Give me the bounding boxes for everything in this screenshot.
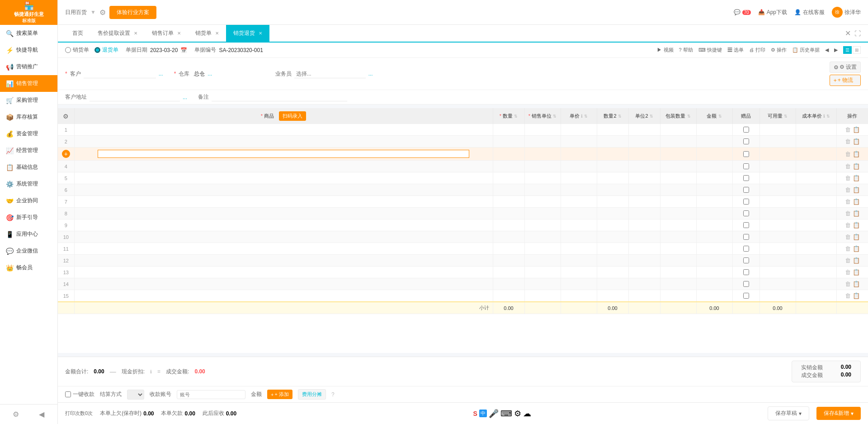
tab-sales-order[interactable]: 销售订单 ✕ xyxy=(145,25,188,43)
fee-split-btn[interactable]: 费用分摊 xyxy=(298,389,326,400)
customer-dots-btn[interactable]: ... xyxy=(159,71,163,77)
copy-icon-11[interactable]: 📋 xyxy=(853,245,860,252)
sidebar-item-system[interactable]: ⚙️ 系统管理 xyxy=(0,176,57,192)
copy-icon-6[interactable]: 📋 xyxy=(853,186,860,193)
add-btn[interactable]: + + 添加 xyxy=(267,390,292,399)
delete-icon-13[interactable]: 🗑 xyxy=(845,269,851,276)
bill-date-value[interactable]: 2023-03-20 xyxy=(150,47,178,53)
one-click-label[interactable]: 一键收款 xyxy=(65,391,94,398)
sidebar-item-marketing[interactable]: 📢 营销推广 xyxy=(0,58,57,75)
unit2-sort-icon[interactable]: ⇅ xyxy=(650,114,653,119)
settings-btn[interactable]: ⚙ ⚙ 设置 xyxy=(830,62,861,73)
gift-check-3[interactable] xyxy=(743,151,749,157)
product-input-3[interactable] xyxy=(98,150,469,158)
delete-icon-4[interactable]: 🗑 xyxy=(845,163,851,170)
cost-sort-icon[interactable]: ⇅ xyxy=(826,114,830,119)
delete-icon-7[interactable]: 🗑 xyxy=(845,198,851,205)
delete-icon-14[interactable]: 🗑 xyxy=(845,281,851,287)
sidebar-item-guide[interactable]: 🎯 新手引导 xyxy=(0,209,57,226)
ime-icon-keyboard[interactable]: ⌨ xyxy=(500,409,512,419)
gift-check-6[interactable] xyxy=(743,187,749,193)
sidebar-gear-btn[interactable]: ⚙ xyxy=(4,408,28,420)
delete-icon-15[interactable]: 🗑 xyxy=(845,292,851,299)
one-click-checkbox[interactable] xyxy=(65,391,71,397)
price-sort-icon[interactable]: ⇅ xyxy=(584,114,588,119)
copy-icon-2[interactable]: 📋 xyxy=(853,138,860,145)
print-action[interactable]: 🖨 打印 xyxy=(749,47,765,53)
customer-input[interactable] xyxy=(84,70,156,78)
ime-icon-mic[interactable]: 🎤 xyxy=(489,409,499,419)
qty2-sort-icon[interactable]: ⇅ xyxy=(618,114,622,119)
price-info-icon[interactable]: ℹ xyxy=(581,114,583,119)
sidebar-collapse-btn[interactable]: ◀ xyxy=(30,408,54,420)
ime-icon-settings[interactable]: ⚙ xyxy=(514,409,521,419)
address-dots-btn[interactable]: ... xyxy=(183,94,187,100)
warehouse-dots-btn[interactable]: ... xyxy=(208,71,212,77)
gift-check-15[interactable] xyxy=(743,293,749,299)
gift-check-13[interactable] xyxy=(743,269,749,275)
operate-action[interactable]: ⚙ 操作 xyxy=(771,47,787,53)
select-action[interactable]: ☰ 选单 xyxy=(727,47,744,53)
delete-icon-9[interactable]: 🗑 xyxy=(845,222,851,229)
avail-sort-icon[interactable]: ⇅ xyxy=(784,114,788,119)
copy-icon-3[interactable]: 📋 xyxy=(853,151,860,157)
tab-sales-delivery[interactable]: 销货单 ✕ xyxy=(188,25,226,43)
col-settings-icon[interactable]: ⚙ xyxy=(63,113,69,120)
tab-close-btn[interactable]: ✕ xyxy=(845,29,851,38)
online-service-btn[interactable]: 👤 在线客服 xyxy=(794,9,825,16)
delete-icon-3[interactable]: 🗑 xyxy=(845,151,851,157)
logistics-btn[interactable]: + + 物流 xyxy=(830,75,861,86)
copy-icon-12[interactable]: 📋 xyxy=(853,257,860,264)
copy-icon-15[interactable]: 📋 xyxy=(853,292,860,299)
delete-icon-10[interactable]: 🗑 xyxy=(845,233,851,240)
experience-btn[interactable]: 体验行业方案 xyxy=(109,6,156,19)
account-input[interactable] xyxy=(177,390,245,399)
salesperson-input[interactable] xyxy=(294,70,366,78)
copy-icon-13[interactable]: 📋 xyxy=(853,269,860,276)
gift-check-10[interactable] xyxy=(743,234,749,240)
sidebar-item-finance[interactable]: 💰 资金管理 xyxy=(0,125,57,142)
pack-sort-icon[interactable]: ⇅ xyxy=(687,114,691,119)
radio-delivery[interactable]: 销货单 xyxy=(65,46,89,54)
sidebar-item-operations[interactable]: 📈 经营管理 xyxy=(0,142,57,159)
tab-price-settings[interactable]: 售价提取设置 ✕ xyxy=(90,25,145,43)
sidebar-item-inventory[interactable]: 📦 库存核算 xyxy=(0,109,57,125)
message-btn[interactable]: 💬 70 xyxy=(734,9,751,15)
add-row-btn[interactable]: + xyxy=(62,150,70,158)
tab-expand-btn[interactable]: ⛶ xyxy=(854,30,861,37)
nav-next-icon[interactable]: ▶ xyxy=(834,47,838,53)
qty-sort-icon[interactable]: ⇅ xyxy=(514,114,518,119)
delete-icon-5[interactable]: 🗑 xyxy=(845,175,851,181)
radio-return[interactable]: 退货单 xyxy=(94,46,118,54)
shortcut-action[interactable]: ⌨ 快捷键 xyxy=(698,47,722,53)
grid-view-btn[interactable]: ☰ xyxy=(843,46,852,54)
topbar-gear-icon[interactable]: ⚙ xyxy=(99,8,106,17)
delete-icon-6[interactable]: 🗑 xyxy=(845,186,851,193)
remark-input[interactable] xyxy=(212,93,347,101)
gift-check-12[interactable] xyxy=(743,257,749,263)
tab-sales-return-close[interactable]: ✕ xyxy=(259,31,262,36)
gift-check-14[interactable] xyxy=(743,281,749,287)
save-draft-btn[interactable]: 保存草稿 ▾ xyxy=(768,406,809,420)
info-icon-amount[interactable]: ℹ xyxy=(150,369,152,374)
payment-method-select[interactable] xyxy=(127,390,144,400)
tab-sales-order-close[interactable]: ✕ xyxy=(177,31,181,36)
copy-icon-1[interactable]: 📋 xyxy=(853,126,860,133)
address-input[interactable] xyxy=(90,93,180,101)
copy-icon-14[interactable]: 📋 xyxy=(853,281,860,287)
delete-icon-1[interactable]: 🗑 xyxy=(845,126,851,133)
sidebar-item-cooperation[interactable]: 🤝 企业协同 xyxy=(0,192,57,209)
sidebar-item-search[interactable]: 🔍 搜索菜单 xyxy=(0,25,57,42)
delete-icon-12[interactable]: 🗑 xyxy=(845,257,851,264)
gift-check-5[interactable] xyxy=(743,175,749,181)
unit-sort-icon[interactable]: ⇅ xyxy=(553,114,557,119)
gift-check-1[interactable] xyxy=(743,127,749,133)
sidebar-item-purchase[interactable]: 🛒 采购管理 xyxy=(0,92,57,109)
gift-check-4[interactable] xyxy=(743,163,749,169)
salesperson-dots-btn[interactable]: ... xyxy=(368,71,373,77)
app-download-btn[interactable]: 📥 App下载 xyxy=(758,9,787,16)
copy-icon-7[interactable]: 📋 xyxy=(853,198,860,205)
sidebar-item-wechat[interactable]: 💬 企业微信 xyxy=(0,243,57,259)
tab-home[interactable]: 首页 xyxy=(65,25,90,43)
copy-icon-5[interactable]: 📋 xyxy=(853,175,860,181)
